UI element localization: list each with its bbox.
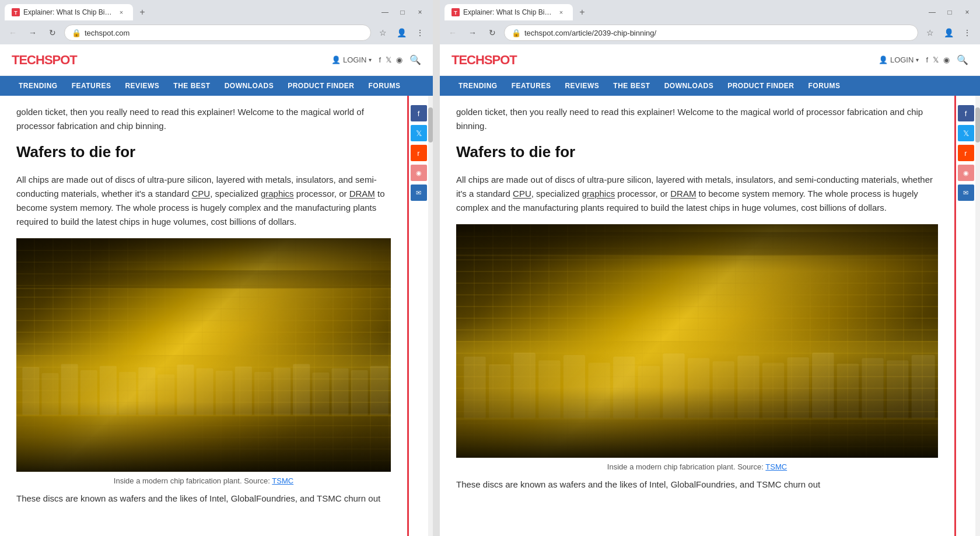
right-account-button[interactable]: 👤	[940, 25, 957, 41]
right-minimize-button[interactable]: —	[924, 6, 940, 18]
right-url-bar[interactable]: 🔒 techspot.com/article/2039-chip-binning…	[504, 25, 918, 41]
left-active-tab[interactable]: T Explainer: What Is Chip Binning: ×	[5, 4, 133, 20]
right-message-button[interactable]: ✉	[958, 185, 974, 201]
left-dram-link[interactable]: DRAM	[349, 189, 375, 199]
left-twitter-share-button[interactable]: 𝕏	[411, 125, 427, 141]
right-nav-product-finder[interactable]: PRODUCT FINDER	[720, 76, 801, 96]
left-nav-reviews[interactable]: REVIEWS	[118, 76, 166, 96]
right-back-button[interactable]: ←	[444, 25, 461, 41]
right-nav-reviews[interactable]: REVIEWS	[558, 76, 606, 96]
right-facebook-share-button[interactable]: f	[958, 105, 974, 121]
svg-rect-3	[22, 367, 39, 415]
left-article-image-container: Inside a modern chip fabrication plant. …	[16, 238, 391, 488]
right-nav-forums[interactable]: FORUMS	[801, 76, 847, 96]
svg-rect-48	[456, 419, 938, 458]
right-search-icon[interactable]: 🔍	[957, 54, 968, 65]
left-nav-downloads[interactable]: DOWNLOADS	[218, 76, 281, 96]
right-login-button[interactable]: 👤 LOGIN ▾	[878, 55, 919, 64]
left-nav-trending[interactable]: TRENDING	[12, 76, 65, 96]
right-header-rss-icon[interactable]: ◉	[943, 55, 950, 64]
right-rss-button[interactable]: ◉	[958, 165, 974, 181]
left-scrollbar[interactable]	[428, 96, 433, 536]
left-login-button[interactable]: 👤 LOGIN ▾	[331, 55, 372, 64]
left-back-button[interactable]: ←	[5, 25, 21, 41]
svg-rect-8	[119, 372, 136, 416]
right-bookmark-button[interactable]: ☆	[922, 25, 938, 41]
right-nav-the-best[interactable]: THE BEST	[606, 76, 657, 96]
left-toolbar-icons: ☆ 👤 ⋮	[374, 25, 428, 41]
left-nav-product-finder[interactable]: PRODUCT FINDER	[281, 76, 361, 96]
left-rss-button[interactable]: ◉	[411, 165, 427, 181]
left-nav-the-best[interactable]: THE BEST	[166, 76, 217, 96]
left-header-twitter-icon[interactable]: 𝕏	[386, 55, 391, 64]
left-new-tab-button[interactable]: +	[135, 5, 149, 19]
right-active-tab[interactable]: T Explainer: What Is Chip Binning ×	[444, 4, 573, 20]
left-reload-button[interactable]: ↻	[44, 25, 61, 41]
left-account-button[interactable]: 👤	[393, 25, 410, 41]
left-caption-text: Inside a modern chip fabrication plant. …	[114, 476, 272, 485]
left-url-bar[interactable]: 🔒 techspot.com	[64, 25, 371, 41]
right-scrollbar[interactable]	[975, 96, 980, 536]
right-article-body: All chips are made out of discs of ultra…	[456, 173, 938, 215]
left-facebook-share-button[interactable]: f	[411, 105, 427, 121]
left-minimize-button[interactable]: —	[377, 6, 393, 18]
right-header-twitter-icon[interactable]: 𝕏	[933, 55, 939, 64]
right-nav-features[interactable]: FEATURES	[505, 76, 558, 96]
right-nav-trending[interactable]: TRENDING	[452, 76, 505, 96]
right-reload-button[interactable]: ↻	[484, 25, 501, 41]
right-article-intro: golden ticket, then you really need to r…	[456, 105, 938, 133]
left-tab-close-button[interactable]: ×	[117, 8, 126, 17]
right-scrollbar-thumb[interactable]	[975, 107, 980, 142]
left-address-bar: ← → ↻ 🔒 techspot.com ☆ 👤 ⋮	[0, 21, 433, 44]
right-dram-link[interactable]: DRAM	[670, 189, 696, 199]
left-nav-forums[interactable]: FORUMS	[361, 76, 407, 96]
left-lock-icon: 🔒	[72, 29, 81, 37]
left-tsmc-link[interactable]: TSMC	[272, 476, 293, 485]
right-twitter-share-button[interactable]: 𝕏	[958, 125, 974, 141]
right-graphics-link[interactable]: graphics	[582, 189, 615, 199]
left-search-icon[interactable]: 🔍	[410, 54, 421, 65]
right-maximize-button[interactable]: □	[942, 6, 958, 18]
right-tsmc-link[interactable]: TSMC	[765, 462, 787, 471]
right-forward-button[interactable]: →	[464, 25, 481, 41]
left-message-button[interactable]: ✉	[411, 185, 427, 201]
left-forward-button[interactable]: →	[24, 25, 41, 41]
right-more-button[interactable]: ⋮	[959, 25, 975, 41]
svg-rect-39	[713, 361, 734, 419]
left-maximize-button[interactable]: □	[394, 6, 411, 18]
right-nav-downloads[interactable]: DOWNLOADS	[657, 76, 721, 96]
svg-rect-30	[489, 364, 510, 419]
left-header-rss-icon[interactable]: ◉	[396, 55, 402, 64]
left-logo[interactable]: TECHSPOT	[12, 53, 77, 68]
svg-rect-16	[274, 367, 290, 415]
left-login-label: LOGIN	[343, 55, 366, 64]
right-tab-close-button[interactable]: ×	[556, 8, 566, 17]
left-nav-features[interactable]: FEATURES	[65, 76, 118, 96]
left-header-facebook-icon[interactable]: f	[379, 55, 381, 64]
right-logo[interactable]: TECHSPOT	[452, 53, 517, 68]
right-article-heading: Wafers to die for	[456, 140, 938, 165]
right-header-facebook-icon[interactable]: f	[926, 55, 928, 64]
right-reddit-share-button[interactable]: r	[958, 145, 974, 161]
svg-rect-6	[80, 370, 97, 415]
svg-rect-23	[16, 270, 391, 288]
left-bookmark-button[interactable]: ☆	[374, 25, 391, 41]
right-new-tab-button[interactable]: +	[575, 5, 589, 19]
left-close-button[interactable]: ×	[412, 6, 428, 18]
svg-rect-33	[564, 355, 585, 419]
svg-rect-34	[588, 363, 610, 419]
svg-rect-37	[663, 353, 684, 419]
right-article-bottom-partial: These discs are known as wafers and the …	[456, 478, 938, 492]
left-graphics-link[interactable]: graphics	[261, 189, 294, 199]
left-reddit-share-button[interactable]: r	[411, 145, 427, 161]
right-close-button[interactable]: ×	[959, 6, 975, 18]
svg-rect-35	[613, 356, 635, 419]
left-scrollbar-thumb[interactable]	[428, 107, 433, 142]
left-article-heading: Wafers to die for	[16, 140, 391, 165]
left-cpu-link[interactable]: CPU	[192, 189, 211, 199]
right-cpu-link[interactable]: CPU	[513, 189, 531, 199]
left-article-image	[16, 238, 391, 472]
svg-rect-7	[100, 366, 117, 415]
left-more-button[interactable]: ⋮	[412, 25, 428, 41]
svg-rect-18	[312, 373, 329, 416]
